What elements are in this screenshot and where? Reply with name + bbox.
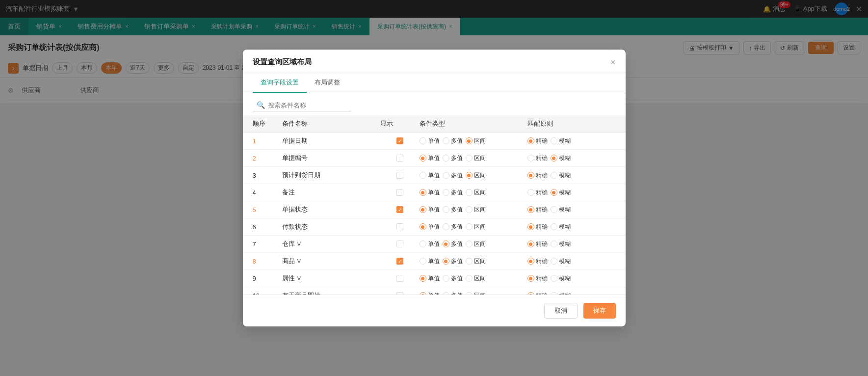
dialog-header: 设置查询区域布局 × bbox=[243, 50, 626, 73]
tab-query-fields[interactable]: 查询字段设置 bbox=[253, 73, 307, 93]
settings-dialog: 设置查询区域布局 × 查询字段设置 布局调整 🔍 顺序 条件名称 显示 条件类型… bbox=[243, 50, 626, 103]
search-box: 🔍 bbox=[253, 99, 351, 103]
dialog-close-btn[interactable]: × bbox=[610, 58, 616, 67]
dialog-search-area: 🔍 bbox=[243, 93, 626, 103]
tab-layout-adjust[interactable]: 布局调整 bbox=[307, 73, 348, 93]
dialog-tabs: 查询字段设置 布局调整 bbox=[243, 73, 626, 93]
search-icon: 🔍 bbox=[257, 101, 265, 103]
modal-overlay: 设置查询区域布局 × 查询字段设置 布局调整 🔍 顺序 条件名称 显示 条件类型… bbox=[0, 0, 868, 103]
dialog-title: 设置查询区域布局 bbox=[253, 57, 312, 67]
search-input[interactable] bbox=[268, 102, 346, 104]
